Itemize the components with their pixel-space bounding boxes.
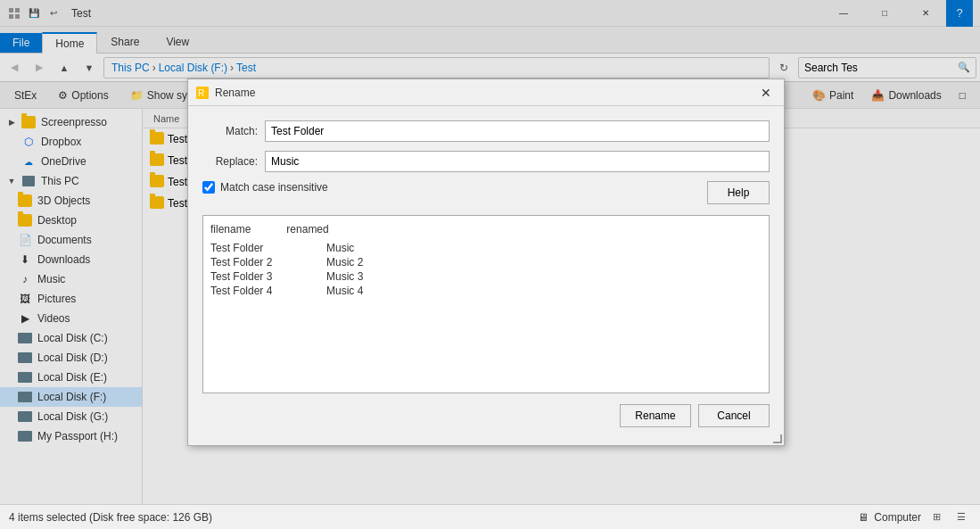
preview-filename-4: Test Folder 4 — [210, 285, 300, 297]
preview-renamed-3: Music 3 — [326, 270, 398, 283]
preview-renamed-1: Music — [326, 242, 398, 254]
match-row: Match: — [202, 120, 770, 142]
resize-handle[interactable] — [773, 434, 784, 445]
rename-button[interactable]: Rename — [620, 404, 691, 427]
dialog-title: Rename — [215, 87, 755, 99]
list-item: Test Folder 4 Music 4 — [210, 284, 762, 298]
list-item: Test Folder 3 Music 3 — [210, 269, 762, 284]
preview-filename-2: Test Folder 2 — [210, 256, 300, 269]
cancel-button[interactable]: Cancel — [698, 404, 770, 427]
preview-renamed-2: Music 2 — [326, 256, 398, 269]
dialog-body: Match: Replace: Match case insensitive H… — [188, 106, 784, 445]
replace-row: Replace: — [202, 151, 770, 172]
match-case-checkbox[interactable] — [202, 181, 215, 194]
help-button[interactable]: Help — [707, 181, 770, 204]
replace-input[interactable] — [265, 151, 770, 172]
view-icon-grid[interactable]: ⊞ — [926, 508, 946, 527]
statusbar: 4 items selected (Disk free space: 126 G… — [0, 504, 980, 529]
preview-header: filename renamed — [210, 223, 762, 236]
match-case-label: Match case insensitive — [220, 181, 328, 194]
list-item: Test Folder Music — [210, 241, 762, 255]
rename-dialog-icon: R — [195, 86, 210, 100]
statusbar-info: 4 items selected (Disk free space: 126 G… — [9, 511, 212, 524]
preview-renamed-4: Music 4 — [326, 285, 398, 297]
view-icon-list[interactable]: ☰ — [951, 508, 971, 527]
statusbar-right: 🖥 Computer ⊞ ☰ — [858, 508, 971, 527]
dialog-titlebar: R Rename ✕ — [188, 79, 784, 106]
preview-filename-3: Test Folder 3 — [210, 270, 300, 283]
replace-label: Replace: — [202, 155, 265, 168]
rename-dialog: R Rename ✕ Match: Replace: Match case in… — [187, 79, 785, 446]
statusbar-computer-label: Computer — [874, 511, 921, 524]
preview-filename-1: Test Folder — [210, 242, 300, 254]
preview-col-renamed: renamed — [286, 223, 328, 236]
preview-col-filename: filename — [210, 223, 251, 236]
checkbox-row: Match case insensitive — [202, 181, 328, 194]
svg-text:R: R — [198, 88, 204, 98]
list-item: Test Folder 2 Music 2 — [210, 255, 762, 269]
dialog-close-button[interactable]: ✕ — [755, 82, 777, 103]
preview-area: filename renamed Test Folder Music Test … — [202, 215, 770, 393]
dialog-footer: Rename Cancel — [202, 404, 770, 431]
computer-icon: 🖥 — [858, 511, 869, 524]
match-input[interactable] — [265, 120, 770, 142]
match-label: Match: — [202, 125, 265, 137]
